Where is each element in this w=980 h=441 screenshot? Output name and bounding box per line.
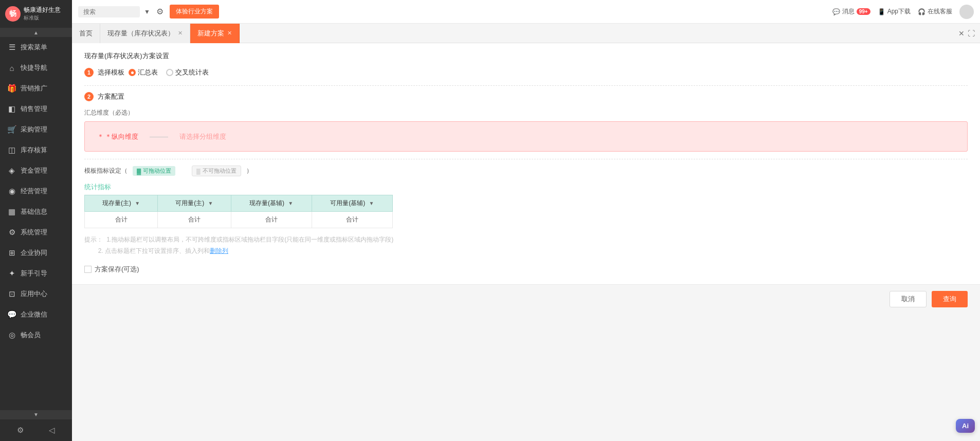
non-draggable-badge: ▒ 不可拖动位置: [192, 166, 241, 176]
new-guide-icon: ✦: [7, 269, 16, 278]
chevron-down-icon: ▼: [369, 200, 374, 206]
tab-new-close-icon[interactable]: ✕: [227, 30, 232, 36]
message-label: 消息: [842, 7, 855, 16]
sidebar-item-member[interactable]: ◎ 畅会员: [0, 325, 72, 345]
tip-2: 2. 点击标题栏下拉可设置排序、插入列和删除列: [98, 247, 228, 254]
audio-button[interactable]: ◁: [47, 424, 57, 437]
sidebar-item-label: 畅会员: [21, 330, 41, 340]
app-download-item[interactable]: 📱 App下载: [878, 7, 911, 16]
table-row: 合计 合计 合计 合计: [85, 212, 393, 228]
search-menu-icon: ☰: [7, 43, 16, 52]
sidebar-item-label: 销售管理: [21, 104, 47, 114]
topbar-settings-icon[interactable]: ⚙: [156, 7, 164, 16]
sidebar-item-finance[interactable]: ◈ 资金管理: [0, 160, 72, 181]
sidebar-item-sales[interactable]: ◧ 销售管理: [0, 99, 72, 119]
draggable-badge: ▓ 可拖动位置: [133, 166, 175, 176]
indicator-close-paren: ）: [246, 167, 252, 175]
section1-number: 1: [84, 68, 94, 77]
sidebar-scroll-up[interactable]: ▲: [0, 28, 72, 37]
cancel-button[interactable]: 取消: [890, 291, 927, 307]
tab-expand-area[interactable]: ✕ ⛶: [953, 29, 980, 38]
online-service-item[interactable]: 🎧 在线客服: [918, 7, 952, 16]
tab-home[interactable]: 首页: [72, 24, 100, 43]
chevron-down-icon: ▼: [208, 200, 213, 206]
col-header-2[interactable]: 可用量(主) ▼: [158, 195, 231, 212]
dimension-box: ＊＊纵向维度 —— 请选择分组维度: [84, 121, 968, 152]
tab-inventory[interactable]: 现存量（库存状况表） ✕: [100, 24, 190, 43]
sidebar-item-label: 快捷导航: [21, 63, 47, 72]
sidebar-item-cooperation[interactable]: ⊞ 企业协同: [0, 243, 72, 263]
sidebar-item-inventory[interactable]: ◫ 库存核算: [0, 140, 72, 160]
section2-title: 方案配置: [98, 92, 124, 101]
app-download-label: App下载: [887, 7, 911, 16]
sidebar-item-operations[interactable]: ◉ 经营管理: [0, 181, 72, 201]
user-avatar[interactable]: [959, 5, 974, 19]
radio-cross[interactable]: 交叉统计表: [166, 68, 209, 77]
settings-button[interactable]: ⚙: [15, 424, 26, 437]
operations-icon: ◉: [7, 187, 16, 196]
save-checkbox[interactable]: [84, 266, 92, 273]
col-header-4[interactable]: 可用量(基辅) ▼: [312, 195, 392, 212]
chevron-down-icon: ▼: [288, 200, 293, 206]
radio-summary[interactable]: 汇总表: [129, 68, 158, 77]
required-star: ＊: [97, 133, 104, 140]
sidebar-item-purchase[interactable]: 🛒 采购管理: [0, 119, 72, 140]
sidebar-menu: ☰ 搜索菜单 ⌂ 快捷导航 🎁 营销推广 ◧ 销售管理 🛒 采购管理 ◫ 库存核…: [0, 37, 72, 410]
app-name: 畅康通好生意: [24, 6, 61, 14]
dimension-field-label: 汇总维度（必选）: [84, 108, 968, 117]
sidebar-item-label: 应用中心: [21, 289, 47, 299]
member-icon: ◎: [7, 330, 16, 340]
tab-inventory-close-icon[interactable]: ✕: [178, 30, 183, 36]
non-draggable-label: 不可拖动位置: [203, 167, 237, 175]
col-header-1[interactable]: 现存量(主) ▼: [85, 195, 158, 212]
home-icon: ⌂: [7, 64, 16, 72]
template-radio-group: 汇总表 交叉统计表: [129, 68, 209, 77]
col-header-3[interactable]: 现存量(基辅) ▼: [231, 195, 312, 212]
topbar: ▼ ⚙ 体验行业方案 💬 消息 99+ 📱 App下载 🎧 在线客服: [72, 0, 980, 24]
section-config: 2 方案配置 汇总维度（必选） ＊＊纵向维度 —— 请选择分组维度 模板指标设定…: [84, 92, 968, 256]
sidebar-item-label: 企业协同: [21, 248, 47, 258]
dimension-placeholder[interactable]: 请选择分组维度: [179, 132, 226, 141]
sidebar-item-quick-nav[interactable]: ⌂ 快捷导航: [0, 58, 72, 78]
sidebar-item-label: 营销推广: [21, 84, 47, 93]
tips-title: 提示：: [84, 236, 103, 243]
tab-new-label: 新建方案: [197, 29, 224, 38]
message-item[interactable]: 💬 消息 99+: [832, 7, 870, 16]
trial-button[interactable]: 体验行业方案: [170, 5, 219, 19]
query-button[interactable]: 查询: [932, 291, 968, 307]
tip-1: 1.拖动标题栏可以调整布局，不可跨维度或指标区域拖动栏目字段(只能在同一维度或指…: [106, 236, 393, 243]
indicator-settings: 模板指标设定（ ▓ 可拖动位置 ▒ 不可拖动位置 ）: [84, 166, 968, 176]
dropdown-button[interactable]: ▼: [144, 8, 150, 15]
close-icon[interactable]: ✕: [958, 29, 965, 38]
sidebar-scroll-down[interactable]: ▼: [0, 410, 72, 419]
search-input[interactable]: [78, 6, 140, 17]
tab-new[interactable]: 新建方案 ✕: [190, 24, 240, 43]
sidebar-item-marketing[interactable]: 🎁 营销推广: [0, 78, 72, 99]
radio-summary-label: 汇总表: [138, 68, 158, 77]
app-version: 标准版: [24, 14, 61, 22]
sidebar-bottom: ⚙ ◁: [0, 419, 72, 441]
vertical-dim-label: ＊＊纵向维度: [97, 132, 138, 141]
sidebar-item-new-guide[interactable]: ✦ 新手引导: [0, 263, 72, 284]
sidebar-item-wechat[interactable]: 💬 企业微信: [0, 304, 72, 325]
sidebar-item-search-menu[interactable]: ☰ 搜索菜单: [0, 37, 72, 58]
sidebar-item-basic-info[interactable]: ▦ 基础信息: [0, 201, 72, 222]
section1-title: 选择模板: [98, 68, 124, 77]
online-service-label: 在线客服: [928, 7, 952, 16]
sidebar-item-label: 采购管理: [21, 125, 47, 134]
message-icon: 💬: [832, 8, 840, 15]
sidebar: 畅 畅康通好生意 标准版 ▲ ☰ 搜索菜单 ⌂ 快捷导航 🎁 营销推广 ◧ 销售…: [0, 0, 72, 441]
cell-1-4: 合计: [312, 212, 392, 228]
chevron-down-icon: ▼: [135, 200, 140, 206]
expand-icon[interactable]: ⛶: [968, 29, 975, 38]
ai-badge[interactable]: Ai: [956, 419, 975, 433]
app-logo-icon: 畅: [5, 6, 21, 22]
indicator-sep: [180, 167, 187, 175]
app-name-block: 畅康通好生意 标准版: [24, 6, 61, 22]
tab-inventory-label: 现存量（库存状况表）: [107, 29, 174, 38]
sidebar-item-app-center[interactable]: ⊡ 应用中心: [0, 284, 72, 304]
stats-section: 统计指标 现存量(主) ▼ 可用量(主) ▼: [84, 182, 968, 228]
topbar-right: 💬 消息 99+ 📱 App下载 🎧 在线客服: [832, 5, 974, 19]
section-template: 1 选择模板 汇总表 交叉统计表: [84, 68, 968, 77]
sidebar-item-system[interactable]: ⚙ 系统管理: [0, 222, 72, 243]
